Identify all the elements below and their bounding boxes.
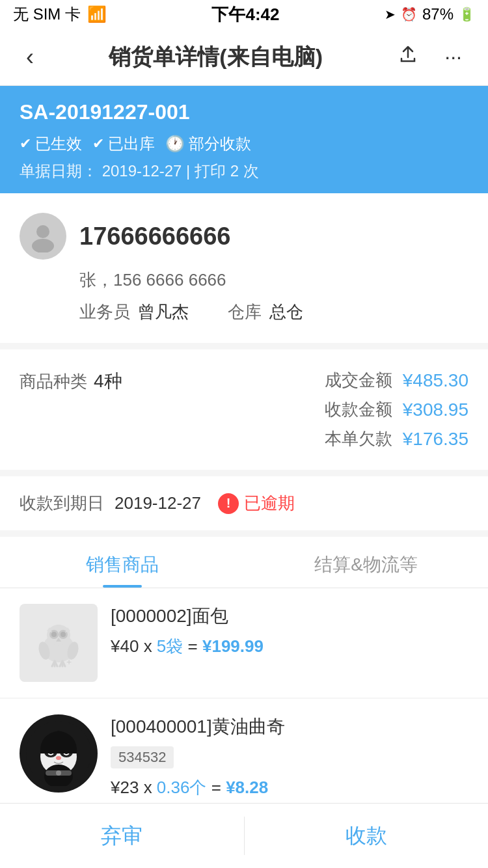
product-info-1: [0000002]面包 ¥40 x 5袋 = ¥199.99: [111, 604, 468, 658]
overdue-icon: !: [218, 493, 239, 514]
kinds-label: 商品种类: [20, 370, 87, 393]
qty-2: 0.36个: [157, 778, 207, 797]
overdue-label: 已逾期: [244, 492, 295, 515]
svg-text:+: +: [66, 657, 72, 667]
order-badges: ✔ 已生效 ✔ 已出库 🕐 部分收款: [20, 133, 251, 154]
sales-label: 业务员: [79, 301, 130, 323]
nav-actions: ···: [391, 38, 468, 77]
deal-label: 成交金额: [325, 369, 392, 392]
status-left: 无 SIM 卡 📶: [13, 4, 107, 25]
customer-name: 17666666666: [79, 223, 230, 251]
order-date-row: 单据日期： 2019-12-27 | 打印 2 次: [20, 161, 468, 182]
owe-amount-row: 本单欠款 ¥176.35: [325, 427, 468, 450]
check-icon-2: ✔: [92, 135, 104, 152]
thumb-inner-1: +: [20, 604, 98, 682]
due-date-label: 收款到期日: [20, 492, 104, 515]
owe-value: ¥176.35: [403, 429, 468, 450]
customer-meta: 业务员 曾凡杰 仓库 总仓: [79, 301, 468, 323]
page-title: 销货单详情(来自电脑): [40, 42, 391, 72]
share-button[interactable]: [391, 38, 425, 77]
clock-icon: 🕐: [165, 135, 185, 153]
receipt-amount-row: 收款金额 ¥308.95: [325, 398, 468, 421]
wifi-icon: 📶: [87, 5, 107, 23]
receipt-value: ¥308.95: [403, 400, 468, 420]
warehouse-value: 总仓: [269, 301, 303, 323]
badge-effective-label: 已生效: [35, 133, 82, 154]
overdue-badge: ! 已逾期: [218, 492, 295, 515]
summary-section: 商品种类 4种 成交金额 ¥485.30 收款金额 ¥308.95 本单欠款 ¥…: [0, 349, 488, 476]
cancel-button[interactable]: 弃审: [0, 804, 244, 868]
product-name-2: [000400001]黄油曲奇: [111, 714, 468, 739]
svg-point-6: [51, 632, 57, 637]
list-item: [000400001]黄油曲奇 534532 ¥23 x 0.36个 = ¥8.…: [0, 699, 488, 815]
due-date-section: 收款到期日 2019-12-27 ! 已逾期: [0, 476, 488, 537]
badge-partial-label: 部分收款: [189, 133, 251, 154]
customer-main-row: 17666666666: [20, 213, 468, 260]
due-date-value: 2019-12-27: [115, 493, 201, 513]
tabs-section: 销售商品 结算&物流等: [0, 537, 488, 588]
svg-point-28: [56, 756, 61, 760]
svg-point-0: [36, 225, 49, 238]
customer-section: 17666666666 张，156 6666 6666 业务员 曾凡杰 仓库 总…: [0, 193, 488, 349]
product-info-2: [000400001]黄油曲奇 534532 ¥23 x 0.36个 = ¥8.…: [111, 714, 468, 799]
order-header-banner: SA-20191227-001 ✔ 已生效 ✔ 已出库 🕐 部分收款 单据日期：…: [0, 86, 488, 193]
battery-text: 87%: [422, 5, 454, 23]
battery-icon: 🔋: [459, 7, 475, 22]
avatar: [20, 213, 66, 260]
qty-1: 5袋: [157, 636, 183, 656]
total-2: ¥8.28: [226, 778, 268, 797]
badge-shipped-label: 已出库: [108, 133, 155, 154]
sales-value: 曾凡杰: [138, 301, 189, 323]
product-sku-2: 534532: [111, 746, 174, 768]
status-time: 下午4:42: [211, 3, 279, 26]
kinds-value: 4种: [94, 369, 122, 394]
tabs: 销售商品 结算&物流等: [0, 537, 488, 588]
deal-value: ¥485.30: [403, 370, 468, 391]
customer-phone: 张，156 6666 6666: [79, 269, 468, 292]
product-name-1: [0000002]面包: [111, 604, 468, 629]
list-item: + [0000002]面包 ¥40 x 5袋 = ¥199.99: [0, 588, 488, 698]
product-thumb-2: [20, 714, 98, 793]
back-button[interactable]: ‹: [20, 37, 40, 77]
status-bar: 无 SIM 卡 📶 下午4:42 ➤ ⏰ 87% 🔋: [0, 0, 488, 29]
svg-point-7: [61, 632, 66, 637]
deal-amount-row: 成交金额 ¥485.30: [325, 369, 468, 392]
kinds-row: 商品种类 4种: [20, 369, 122, 394]
tab-settlement[interactable]: 结算&物流等: [244, 537, 488, 588]
carrier-text: 无 SIM 卡: [13, 4, 81, 25]
product-thumb-1: +: [20, 604, 98, 682]
bottom-action-bar: 弃审 收款: [0, 803, 488, 868]
owe-label: 本单欠款: [325, 427, 392, 450]
warehouse-label: 仓库: [228, 301, 262, 323]
more-button[interactable]: ···: [438, 38, 468, 75]
summary-right: 成交金额 ¥485.30 收款金额 ¥308.95 本单欠款 ¥176.35: [325, 369, 468, 450]
print-info: | 打印 2 次: [186, 162, 259, 180]
badge-shipped: ✔ 已出库: [92, 133, 155, 154]
alarm-icon: ⏰: [401, 7, 417, 22]
status-right: ➤ ⏰ 87% 🔋: [385, 5, 475, 23]
badge-effective: ✔ 已生效: [20, 133, 82, 154]
price-2: ¥23: [111, 778, 139, 797]
summary-left: 商品种类 4种: [20, 369, 122, 394]
badge-partial-payment: 🕐 部分收款: [165, 133, 251, 154]
receipt-label: 收款金额: [325, 398, 392, 421]
order-id: SA-20191227-001: [20, 100, 468, 124]
product-list: + [0000002]面包 ¥40 x 5袋 = ¥199.99: [0, 588, 488, 815]
tab-products[interactable]: 销售商品: [0, 537, 244, 588]
svg-point-1: [32, 239, 54, 252]
date-label: 单据日期：: [20, 162, 98, 180]
price-1: ¥40: [111, 636, 139, 656]
date-value: 2019-12-27: [102, 162, 182, 180]
total-1: ¥199.99: [202, 636, 264, 656]
check-icon: ✔: [20, 135, 31, 152]
product-price-2: ¥23 x 0.36个 = ¥8.28: [111, 776, 468, 799]
location-icon: ➤: [385, 7, 396, 22]
product-price-1: ¥40 x 5袋 = ¥199.99: [111, 635, 468, 658]
svg-point-31: [56, 770, 61, 776]
nav-bar: ‹ 销货单详情(来自电脑) ···: [0, 29, 488, 86]
confirm-button[interactable]: 收款: [245, 804, 489, 868]
